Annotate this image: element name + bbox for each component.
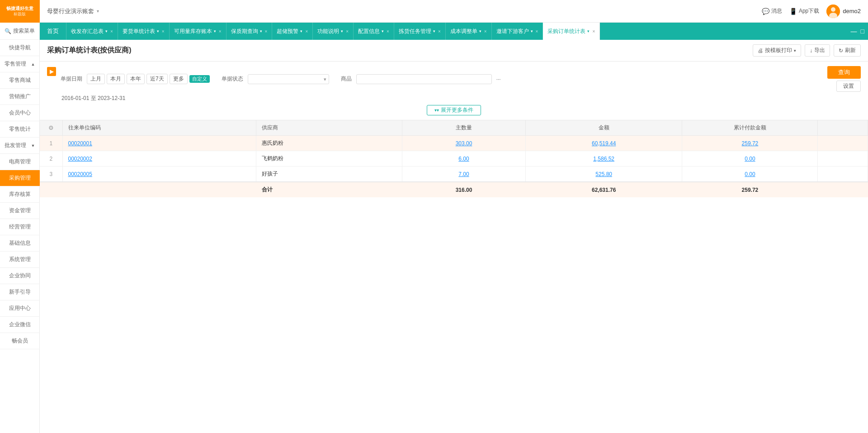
custom-date-badge[interactable]: 自定义: [189, 75, 210, 83]
tab-close-icon-5[interactable]: ×: [305, 29, 308, 34]
sidebar-item-marketing[interactable]: 营销推广: [0, 89, 40, 105]
row-code[interactable]: 00020001: [62, 136, 256, 151]
sidebar-item-members[interactable]: 会员中心: [0, 105, 40, 121]
avatar: [826, 5, 840, 18]
row-code[interactable]: 00020005: [62, 167, 256, 182]
tab-maximize-icon[interactable]: □: [861, 28, 864, 35]
sidebar-item-system[interactable]: 系统管理: [0, 252, 40, 268]
tab-minimize-icon[interactable]: —: [851, 28, 857, 35]
tab-shoufacun[interactable]: 收发存汇总表 ▾ ×: [66, 23, 118, 40]
query-btn[interactable]: 查询: [827, 66, 861, 79]
tab-close-icon-10[interactable]: ×: [536, 29, 538, 34]
row-supplier: 好孩子: [256, 167, 402, 182]
sidebar-item-retail-store[interactable]: 零售商城: [0, 72, 40, 89]
messages-btn[interactable]: 💬 消息: [762, 7, 782, 15]
nav-tab-home[interactable]: 首页: [40, 23, 66, 40]
date-range-display: 2016-01-01 至 2023-12-31: [61, 95, 125, 102]
sidebar-label-system: 系统管理: [9, 256, 31, 263]
row-paid[interactable]: 259.72: [682, 136, 818, 151]
tab-close-icon-9[interactable]: ×: [484, 29, 487, 34]
sidebar-item-enterprise[interactable]: 企业协同: [0, 268, 40, 284]
more-fields-btn[interactable]: ···: [496, 76, 501, 82]
row-qty[interactable]: 7.00: [402, 167, 526, 182]
date-btn-this-month[interactable]: 本月: [107, 74, 125, 84]
template-print-btn[interactable]: 🖨 按模板打印 ▾: [753, 44, 801, 57]
sidebar-item-retail-stats[interactable]: 零售统计: [0, 121, 40, 138]
row-paid[interactable]: 0.00: [682, 167, 818, 182]
tab-keyongliang[interactable]: 可用量库存账本 ▾ ×: [170, 23, 226, 40]
sidebar-label-purchase-mgmt: 采购管理: [9, 174, 31, 182]
sidebar-item-operations[interactable]: 经营管理: [0, 219, 40, 235]
username: demo2: [843, 8, 861, 14]
chevron-up-icon: ▲: [31, 62, 35, 67]
tab-baozhi[interactable]: 保质期查询 ▾ ×: [226, 23, 273, 40]
sidebar-label-app-center: 应用中心: [9, 305, 31, 312]
app-download-label: App下载: [799, 7, 819, 15]
date-btn-last-month[interactable]: 上月: [87, 74, 105, 84]
tab-yaoqing[interactable]: 邀请下游客户 ▾ ×: [492, 23, 543, 40]
row-amount[interactable]: 525.80: [525, 167, 682, 182]
settings-filter-btn[interactable]: 设置: [836, 81, 861, 92]
sidebar-item-ecommerce[interactable]: 电商管理: [0, 154, 40, 170]
tab-close-icon-8[interactable]: ×: [438, 29, 441, 34]
row-qty[interactable]: 6.00: [402, 151, 526, 167]
column-settings-icon[interactable]: ⚙: [48, 124, 54, 131]
tab-close-icon-2[interactable]: ×: [162, 29, 165, 34]
footer-settings-cell: [40, 182, 62, 197]
sidebar-item-app-center[interactable]: 应用中心: [0, 300, 40, 317]
message-icon: 💬: [762, 8, 769, 15]
date-btn-more[interactable]: 更多: [170, 74, 188, 84]
date-filter-label: 单据日期: [61, 75, 82, 83]
tab-close-icon-6[interactable]: ×: [346, 29, 349, 34]
tab-gongneng[interactable]: 功能说明 ▾ ×: [313, 23, 354, 40]
sidebar-search[interactable]: 🔍 搜索菜单: [0, 23, 40, 40]
user-profile[interactable]: demo2: [826, 5, 861, 18]
product-filter-input[interactable]: [356, 74, 492, 84]
date-btn-7days[interactable]: 近7天: [146, 74, 168, 84]
toggle-filter-btn[interactable]: ▶: [47, 67, 56, 76]
status-select[interactable]: [248, 74, 329, 84]
tab-caigou-active[interactable]: 采购订单统计表 ▾ ×: [543, 23, 600, 40]
tab-close-icon-11[interactable]: ×: [592, 29, 595, 34]
tab-close-icon[interactable]: ×: [110, 29, 113, 34]
row-amount[interactable]: 60,519.44: [525, 136, 682, 151]
workspace-selector[interactable]: 母婴行业演示账套 ▾: [47, 7, 99, 15]
row-no: 2: [40, 151, 62, 167]
sidebar-item-wholesale[interactable]: 批发管理 ▼: [0, 138, 40, 154]
sidebar-item-newbie[interactable]: 新手引导: [0, 284, 40, 300]
date-btn-this-year[interactable]: 本年: [127, 74, 145, 84]
tab-peizhi[interactable]: 配置信息 ▾ ×: [354, 23, 394, 40]
row-qty[interactable]: 303.00: [402, 136, 526, 151]
sidebar-item-basic-info[interactable]: 基础信息: [0, 235, 40, 252]
tab-jianhuo[interactable]: 拣货任务管理 ▾ ×: [394, 23, 446, 40]
sidebar-item-wechat[interactable]: 企业微信: [0, 317, 40, 333]
expand-more-btn[interactable]: ▾▾ 展开更多条件: [427, 105, 481, 115]
refresh-icon: ↻: [839, 48, 843, 54]
table-row: 1 00020001 惠氏奶粉 303.00 60,519.44 259.72: [40, 136, 868, 151]
row-paid[interactable]: 0.00: [682, 151, 818, 167]
svg-point-1: [831, 7, 835, 12]
sidebar-item-vip[interactable]: 畅会员: [0, 333, 40, 349]
tab-yaohuo[interactable]: 要货单统计表 ▾ ×: [118, 23, 170, 40]
app-download-btn[interactable]: 📱 App下载: [789, 7, 819, 15]
sidebar-item-retail-mgmt[interactable]: 零售管理 ▲: [0, 56, 40, 72]
export-label: 导出: [814, 47, 825, 54]
sidebar-item-finance[interactable]: 资金管理: [0, 203, 40, 219]
sidebar-item-inventory[interactable]: 库存核算: [0, 186, 40, 203]
row-code[interactable]: 00020002: [62, 151, 256, 167]
col-settings[interactable]: ⚙: [40, 120, 62, 136]
tab-chaochu[interactable]: 超储预警 ▾ ×: [272, 23, 313, 40]
status-filter-label: 单据状态: [222, 75, 243, 83]
page-header: 采购订单统计表(按供应商) 🖨 按模板打印 ▾ ↓ 导出 ↻: [40, 40, 868, 62]
tab-close-icon-4[interactable]: ×: [265, 29, 268, 34]
export-btn[interactable]: ↓ 导出: [805, 44, 830, 57]
export-icon: ↓: [810, 48, 812, 54]
tab-close-icon-7[interactable]: ×: [387, 29, 389, 34]
footer-code-cell: [62, 182, 256, 197]
refresh-btn[interactable]: ↻ 刷新: [834, 44, 861, 57]
row-amount[interactable]: 1,586.52: [525, 151, 682, 167]
tab-chengben[interactable]: 成本调整单 ▾ ×: [446, 23, 492, 40]
tab-close-icon-3[interactable]: ×: [219, 29, 222, 34]
sidebar-item-purchase-mgmt[interactable]: 采购管理: [0, 170, 40, 186]
sidebar-item-shortcut[interactable]: 快捷导航: [0, 40, 40, 56]
